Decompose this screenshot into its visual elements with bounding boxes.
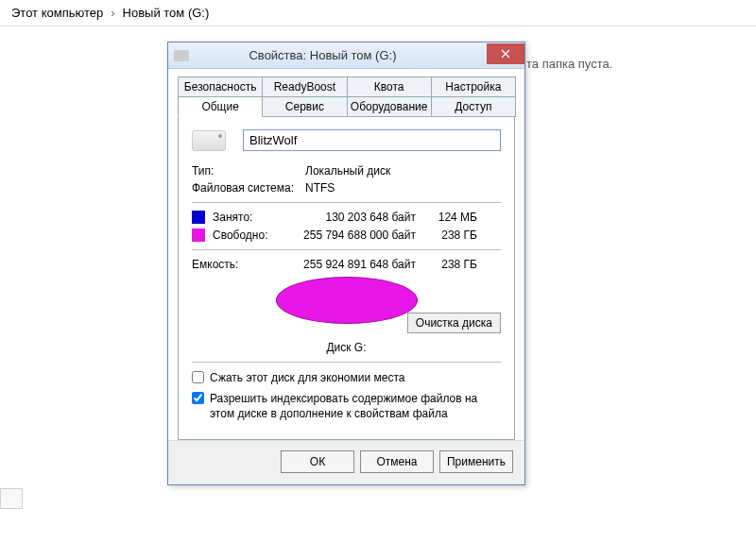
breadcrumb-current[interactable]: Новый том (G:) [123,6,210,20]
disk-cleanup-button[interactable]: Очистка диска [407,313,501,333]
dialog-title: Свойства: Новый том (G:) [159,48,487,62]
status-bar-fragment [0,488,23,509]
index-checkbox[interactable] [192,392,204,404]
ok-button[interactable]: ОК [281,450,354,473]
capacity-hr: 238 ГБ [425,258,477,271]
type-label: Тип: [192,164,305,178]
used-bytes: 130 203 648 байт [284,211,425,224]
chevron-right-icon: › [111,6,114,20]
fs-value: NTFS [305,181,501,195]
properties-dialog: Свойства: Новый том (G:) Безопасность Re… [167,42,525,485]
tab-general[interactable]: Общие [178,96,263,117]
index-label: Разрешить индексировать содержимое файло… [210,391,501,421]
capacity-row: Емкость: 255 924 891 648 байт 238 ГБ [192,258,501,271]
tab-row-primary: Общие Сервис Оборудование Доступ [178,96,515,117]
tab-customize[interactable]: Настройка [431,76,516,97]
tab-row-secondary: Безопасность ReadyBoost Квота Настройка [178,76,515,97]
capacity-bytes: 255 924 891 648 байт [284,258,425,271]
free-bytes: 255 794 688 000 байт [284,229,425,242]
hard-drive-icon [192,130,226,151]
divider [192,249,501,250]
apply-button[interactable]: Применить [439,450,513,473]
compress-label: Сжать этот диск для экономии места [210,370,404,385]
free-swatch-icon [192,229,205,242]
capacity-label: Емкость: [192,258,284,271]
tab-panel-general: Тип: Локальный диск Файловая система: NT… [178,116,515,440]
tab-security[interactable]: Безопасность [178,76,263,97]
free-hr: 238 ГБ [425,229,477,242]
dialog-button-row: ОК Отмена Применить [168,440,524,484]
compress-checkbox-row[interactable]: Сжать этот диск для экономии места [192,370,501,385]
breadcrumb[interactable]: Этот компьютер › Новый том (G:) [0,0,756,26]
compress-checkbox[interactable] [192,371,204,383]
free-label: Свободно: [213,229,284,242]
disk-usage-pie-icon [276,277,418,333]
folder-empty-text: та папка пуста. [526,57,612,71]
fs-label: Файловая система: [192,181,305,195]
tab-tools[interactable]: Сервис [262,96,347,117]
used-hr: 124 МБ [425,211,477,224]
breadcrumb-parent[interactable]: Этот компьютер [11,6,103,20]
close-icon [501,49,510,59]
free-space-row: Свободно: 255 794 688 000 байт 238 ГБ [192,229,501,242]
divider [192,202,501,203]
index-checkbox-row[interactable]: Разрешить индексировать содержимое файло… [192,391,501,421]
cancel-button[interactable]: Отмена [360,450,434,473]
type-value: Локальный диск [305,164,501,178]
close-button[interactable] [487,43,524,64]
disk-label: Диск G: [326,341,366,354]
tab-quota[interactable]: Квота [347,76,432,97]
divider [192,362,501,363]
volume-name-input[interactable] [243,129,501,151]
titlebar[interactable]: Свойства: Новый том (G:) [168,42,524,69]
tab-readyboost[interactable]: ReadyBoost [262,76,347,97]
tabs-area: Безопасность ReadyBoost Квота Настройка … [168,69,524,440]
used-label: Занято: [213,211,284,224]
used-swatch-icon [192,211,205,224]
tab-sharing[interactable]: Доступ [431,96,516,117]
tab-hardware[interactable]: Оборудование [347,96,432,117]
used-space-row: Занято: 130 203 648 байт 124 МБ [192,211,501,224]
